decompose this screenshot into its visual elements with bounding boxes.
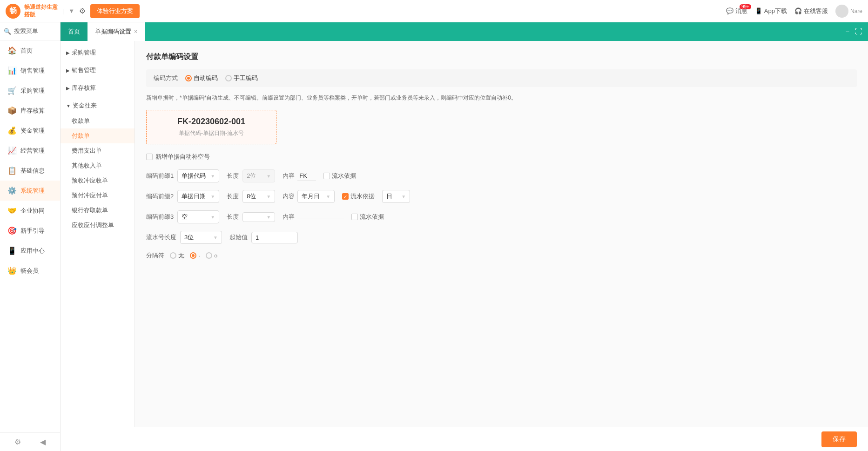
tab-current-label: 单据编码设置 [95, 27, 131, 36]
search-label: 搜索菜单 [14, 27, 38, 35]
sidebar-item-sales[interactable]: 📊 销售管理 [0, 61, 60, 81]
tab-expand-icon[interactable]: ⛶ [855, 27, 862, 36]
manual-encode-radio[interactable] [225, 75, 232, 81]
prefix1-length-label: 长度 [227, 172, 239, 180]
dropdown-arrow[interactable]: ▼ [68, 7, 74, 14]
tab-current[interactable]: 单据编码设置 × [87, 22, 145, 41]
settings-icon-top[interactable]: ⚙ [79, 7, 86, 15]
sidebar-nav: 🏠 首页 📊 销售管理 🛒 采购管理 📦 库存核算 💰 资金管理 📈 经 [0, 40, 60, 432]
prefix2-period-select[interactable]: 日 ▼ [382, 190, 410, 203]
prefix1-waterfall-checkbox[interactable] [323, 173, 330, 179]
tab-home[interactable]: 首页 [61, 22, 87, 41]
tab-minimize-icon[interactable]: － [844, 27, 851, 37]
prefix1-waterfall-label: 流水依据 [332, 172, 356, 180]
manual-encode-option[interactable]: 手工编码 [225, 74, 258, 82]
sidebar-item-operation[interactable]: 📈 经营管理 [0, 141, 60, 161]
serial-start-input[interactable] [251, 232, 298, 243]
sub-item-payment[interactable]: 付款单 [61, 128, 135, 143]
separator-dot-radio[interactable] [190, 252, 196, 259]
sub-item-prepay-payable[interactable]: 预付冲应付单 [61, 188, 135, 203]
prefix3-waterfall[interactable]: 流水依据 [351, 213, 384, 221]
code-preview-main: FK-20230602-001 [161, 117, 261, 127]
sub-item-bank-deposit[interactable]: 银行存取款单 [61, 203, 135, 218]
serial-start-label: 起始值 [229, 233, 248, 242]
prefix2-length-field: 长度 8位 ▼ [227, 190, 275, 203]
sidebar-item-basic[interactable]: 📋 基础信息 [0, 161, 60, 181]
sidebar-item-home[interactable]: 🏠 首页 [0, 40, 60, 61]
prefix1-field: 编码前缀1 单据代码 ▼ [146, 169, 219, 182]
sidebar-item-guide[interactable]: 🎯 新手引导 [0, 221, 60, 241]
sub-item-adjustment[interactable]: 应收应付调整单 [61, 218, 135, 233]
sidebar-item-inventory[interactable]: 📦 库存核算 [0, 101, 60, 121]
separator-dot-option[interactable]: · [190, 252, 200, 259]
finance-icon: 💰 [7, 126, 17, 135]
prefix1-length-input: 2位 ▼ [242, 169, 275, 182]
tab-close-icon[interactable]: × [134, 28, 137, 35]
sub-group-purchase-title[interactable]: ▶ 采购管理 [61, 45, 135, 61]
sidebar-item-finance[interactable]: 💰 资金管理 [0, 121, 60, 141]
prefix1-length-field: 长度 2位 ▼ [227, 169, 275, 182]
auto-fill-checkbox[interactable] [146, 154, 153, 160]
sub-group-purchase: ▶ 采购管理 [61, 45, 135, 61]
sidebar-search[interactable]: 🔍 搜索菜单 [0, 22, 60, 40]
content-area: 首页 单据编码设置 × － ⛶ ▶ 采购管理 [61, 22, 868, 451]
apps-icon: 📱 [7, 246, 17, 255]
sidebar-item-system[interactable]: ⚙️ 系统管理 [0, 181, 60, 201]
sub-group-sales-title[interactable]: ▶ 销售管理 [61, 62, 135, 78]
sub-item-other-income[interactable]: 其他收入单 [61, 158, 135, 173]
sub-item-receipt[interactable]: 收款单 [61, 114, 135, 128]
auto-encode-radio[interactable] [185, 75, 192, 81]
sub-group-inventory-title[interactable]: ▶ 库存核算 [61, 80, 135, 96]
separator-none-option[interactable]: 无 [170, 251, 184, 260]
separator-circle-option[interactable]: ○ [206, 252, 218, 259]
prefix1-arrow: ▼ [210, 174, 215, 179]
system-icon: ⚙️ [7, 186, 17, 195]
save-button[interactable]: 保存 [821, 431, 857, 447]
encode-radio-group: 自动编码 手工编码 [185, 74, 258, 82]
serial-length-select[interactable]: 3位 ▼ [180, 231, 222, 244]
app-download-btn[interactable]: 📱 App下载 [755, 7, 787, 15]
user-avatar-area[interactable]: Nare [835, 5, 862, 18]
prefix2-waterfall-checkbox[interactable]: ✓ [342, 193, 349, 200]
main-layout: 🔍 搜索菜单 🏠 首页 📊 销售管理 🛒 采购管理 📦 库存核算 💰 [0, 22, 868, 451]
info-text: 新增单据时，*单据编码*自动生成、不可编辑。前缀设置为部门、业务员等档案类，开单… [146, 94, 857, 102]
prefix1-waterfall[interactable]: 流水依据 [323, 172, 356, 180]
sidebar-item-label: 库存核算 [20, 107, 45, 115]
sidebar-item-enterprise[interactable]: 🤝 企业协同 [0, 201, 60, 221]
sidebar-item-apps[interactable]: 📱 应用中心 [0, 241, 60, 261]
sidebar-item-label: 资金管理 [20, 127, 45, 135]
auto-encode-option[interactable]: 自动编码 [185, 74, 218, 82]
prefix2-length-input[interactable]: 8位 ▼ [242, 190, 275, 203]
serial-length-field: 流水号长度 3位 ▼ [146, 231, 222, 244]
sub-group-finance-title[interactable]: ▼ 资金往来 [61, 98, 135, 114]
app-download-label: App下载 [764, 7, 787, 15]
separator-none-radio[interactable] [170, 252, 176, 259]
sub-group-label: 资金往来 [73, 101, 97, 110]
tab-bar-actions: － ⛶ [838, 22, 868, 41]
prefix3-length-input[interactable]: ▼ [242, 212, 275, 222]
prefix2-waterfall[interactable]: ✓ 流水依据 [342, 192, 375, 201]
collapse-icon[interactable]: ◀ [40, 438, 46, 446]
prefix3-select[interactable]: 空 ▼ [177, 210, 219, 223]
messages-btn[interactable]: 💬 消息 99+ [726, 7, 747, 15]
prefix1-row: 编码前缀1 单据代码 ▼ 长度 2位 ▼ 内容 [146, 169, 857, 182]
auto-fill-row: 新增单据自动补空号 [146, 153, 857, 161]
sidebar-item-member[interactable]: 👑 畅会员 [0, 261, 60, 281]
sidebar-item-purchase[interactable]: 🛒 采购管理 [0, 81, 60, 101]
auto-encode-label: 自动编码 [194, 74, 218, 82]
sub-item-prepay-receivable[interactable]: 预收冲应收单 [61, 173, 135, 188]
prefix1-select[interactable]: 单据代码 ▼ [177, 169, 219, 182]
settings-bottom-icon[interactable]: ⚙ [14, 438, 21, 446]
separator-label: 分隔符 [146, 251, 164, 260]
sub-item-expense[interactable]: 费用支出单 [61, 143, 135, 158]
online-service-btn[interactable]: 🎧 在线客服 [794, 7, 828, 15]
prefix2-select[interactable]: 单据日期 ▼ [177, 190, 219, 203]
sub-sidebar: ▶ 采购管理 ▶ 销售管理 ▶ 库存核算 [61, 41, 135, 427]
separator-circle-radio[interactable] [206, 252, 212, 259]
prefix3-waterfall-checkbox[interactable] [351, 214, 358, 220]
headset-icon: 🎧 [794, 7, 802, 14]
sidebar-item-label: 畅会员 [20, 267, 39, 275]
trial-button[interactable]: 体验行业方案 [90, 4, 140, 18]
prefix2-content-select[interactable]: 年月日 ▼ [297, 190, 335, 203]
page-title: 付款单编码设置 [146, 52, 857, 62]
